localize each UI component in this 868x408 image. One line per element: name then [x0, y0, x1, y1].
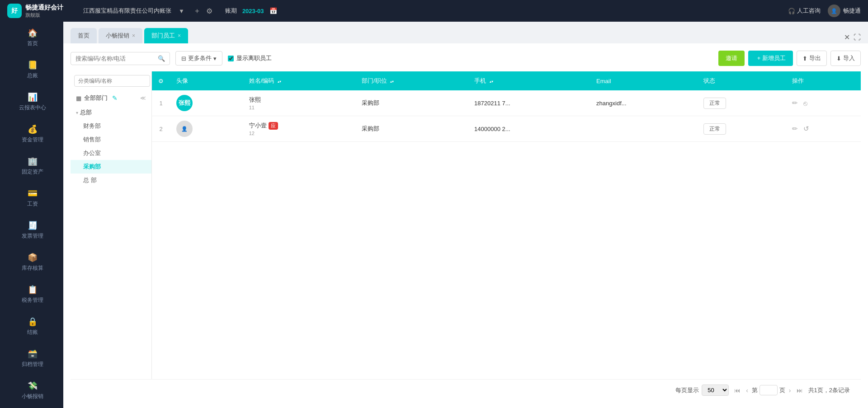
- expense-icon: 💸: [28, 381, 38, 391]
- page-first-icon[interactable]: ⏮: [732, 386, 742, 395]
- tab-home[interactable]: 首页: [71, 28, 97, 43]
- archive-icon: 🗃️: [28, 349, 38, 359]
- dept-collapse-icon[interactable]: ≪: [140, 95, 146, 101]
- sidebar-item-tax[interactable]: 📋 税务管理: [0, 278, 63, 310]
- add-icon[interactable]: ＋: [193, 6, 201, 16]
- invoice-icon: 🧾: [28, 220, 38, 230]
- dept-child-hq2[interactable]: 总 部: [71, 174, 151, 187]
- app-subtitle: 旗舰版: [25, 12, 63, 19]
- more-conditions-button[interactable]: ⊟ 更多条件 ▾: [175, 51, 222, 66]
- sidebar-item-inventory[interactable]: 📦 库存核算: [0, 246, 63, 278]
- import-button[interactable]: ⬇ 导入: [830, 51, 861, 66]
- dept-child-sales[interactable]: 销售部: [71, 133, 151, 146]
- sort-name-icon: ▴▾: [278, 80, 281, 84]
- dept-search-area: 🔍: [71, 75, 151, 90]
- show-resigned-checkbox[interactable]: 显示离职员工: [228, 54, 272, 62]
- row-dept-1: 采购部: [355, 90, 468, 116]
- invite-button[interactable]: 邀请: [718, 51, 745, 66]
- dept-parent-headquarters[interactable]: ▾ 总部: [71, 106, 151, 119]
- sidebar-item-reports[interactable]: 📊 云报表中心: [0, 86, 63, 118]
- employee-table: ⚙ 头像 姓名/编码 ▴▾ 部门/职位 ▴▾: [152, 71, 861, 142]
- fund-icon: 💰: [28, 124, 38, 134]
- app-logo: 好 畅捷通好会计 旗舰版: [7, 4, 71, 19]
- col-operation: 操作: [786, 71, 861, 90]
- dept-child-finance[interactable]: 财务部: [71, 119, 151, 133]
- page-suffix: 页: [779, 386, 785, 394]
- row-phone-1: 18720211 7...: [468, 90, 590, 116]
- period-value[interactable]: 2023-03: [242, 8, 264, 14]
- dept-headquarters-label: 总部: [80, 108, 92, 117]
- col-status: 状态: [697, 71, 786, 90]
- search-icon[interactable]: 🔍: [158, 55, 165, 62]
- tab-expand-icon[interactable]: ⛶: [854, 33, 861, 42]
- edit-icon-2[interactable]: ✏: [792, 125, 798, 133]
- tab-dept-employee[interactable]: 部门员工 ×: [144, 28, 188, 43]
- row-status-1: 正常: [697, 90, 786, 116]
- dept-search-input[interactable]: [74, 75, 150, 87]
- search-input[interactable]: [75, 55, 155, 62]
- edit-icon-1[interactable]: ✏: [792, 99, 798, 107]
- sidebar-item-home[interactable]: 🏠 首页: [0, 22, 63, 54]
- tab-expense-close-icon[interactable]: ×: [132, 33, 135, 39]
- row-ops-2: ✏ ↺: [786, 116, 861, 142]
- col-phone[interactable]: 手机 ▴▾: [468, 71, 590, 90]
- topbar-settings-icon[interactable]: ⚙: [206, 7, 212, 15]
- col-settings[interactable]: ⚙: [152, 71, 170, 90]
- filter-icon: ⊟: [181, 55, 186, 62]
- sidebar-item-fixed-assets[interactable]: 🏢 固定资产: [0, 150, 63, 182]
- page-nav: ⏮ ‹ 第 1 页 › ⏭: [732, 385, 804, 395]
- page-last-icon[interactable]: ⏭: [795, 386, 805, 395]
- sidebar-item-salary[interactable]: 💳 工资: [0, 182, 63, 214]
- tab-close-all-icon[interactable]: ✕: [844, 33, 850, 42]
- sort-phone-icon: ▴▾: [490, 80, 493, 84]
- sidebar-item-fund[interactable]: 💰 资金管理: [0, 118, 63, 150]
- show-resigned-input[interactable]: [228, 56, 234, 61]
- page-prev-icon[interactable]: ‹: [744, 386, 750, 395]
- sidebar-label-expense: 小畅报销: [22, 393, 43, 400]
- page-next-icon[interactable]: ›: [787, 386, 793, 395]
- col-name-code[interactable]: 姓名/编码 ▴▾: [243, 71, 355, 90]
- tab-expense[interactable]: 小畅报销 ×: [99, 28, 142, 43]
- export-icon: ⬆: [802, 55, 807, 62]
- tax-icon: 📋: [28, 285, 38, 295]
- inventory-icon: 📦: [28, 253, 38, 263]
- tab-dept-close-icon[interactable]: ×: [178, 33, 181, 39]
- avatar: 👤: [828, 5, 840, 17]
- user-menu[interactable]: 👤 畅捷通: [828, 5, 861, 17]
- sidebar-item-general-ledger[interactable]: 📒 总账: [0, 54, 63, 86]
- sidebar-label-fund: 资金管理: [22, 136, 43, 144]
- dept-edit-icon[interactable]: ✎: [112, 94, 118, 102]
- dept-all-item[interactable]: ▦ 全部部门 ✎ ≪: [71, 90, 151, 106]
- company-dropdown-icon[interactable]: ▼: [179, 8, 184, 14]
- sidebar-item-invoice[interactable]: 🧾 发票管理: [0, 214, 63, 246]
- row-email-1: zhangxidf...: [590, 90, 697, 116]
- export-button[interactable]: ⬆ 导出: [797, 51, 827, 66]
- refresh-icon-2[interactable]: ↺: [803, 125, 809, 133]
- dept-child-purchase[interactable]: 采购部: [71, 160, 151, 174]
- per-page-select[interactable]: 10 20 50 100: [702, 385, 729, 396]
- content-area: 首页 小畅报销 × 部门员工 × ✕ ⛶ 🔍: [63, 22, 868, 408]
- page-num-input[interactable]: 1: [760, 385, 778, 395]
- add-employee-button[interactable]: + 新增员工: [748, 51, 793, 66]
- sidebar: 🏠 首页 📒 总账 📊 云报表中心 💰 资金管理 🏢 固定资产 💳 工资 🧾 发…: [0, 22, 63, 408]
- calendar-icon[interactable]: 📅: [269, 7, 277, 14]
- logout-icon-1[interactable]: ⎋: [803, 99, 807, 107]
- dept-all-label: 全部部门: [84, 94, 108, 102]
- salary-icon: 💳: [28, 188, 38, 198]
- dept-child-office[interactable]: 办公室: [71, 146, 151, 160]
- sidebar-label-assets: 固定资产: [22, 168, 43, 176]
- row-ops-1: ✏ ⎋: [786, 90, 861, 116]
- sidebar-label-home: 首页: [27, 40, 38, 47]
- search-box: 🔍: [71, 52, 170, 65]
- action-buttons: 邀请 + 新增员工 ⬆ 导出 ⬇ 导入: [718, 51, 861, 66]
- col-dept-position[interactable]: 部门/职位 ▴▾: [355, 71, 468, 90]
- sidebar-label-salary: 工资: [27, 200, 38, 208]
- sidebar-item-expense[interactable]: 💸 小畅报销: [0, 375, 63, 407]
- sidebar-item-archive[interactable]: 🗃️ 归档管理: [0, 342, 63, 375]
- home-icon: 🏠: [28, 28, 38, 38]
- service-button[interactable]: 🎧 人工咨询: [788, 7, 821, 15]
- sidebar-item-close[interactable]: 🔒 结账: [0, 310, 63, 342]
- headset-icon: 🎧: [788, 8, 795, 14]
- row-email-2: [590, 116, 697, 142]
- dept-group: ▾ 总部 财务部 销售部 办公室 采购部: [71, 106, 151, 187]
